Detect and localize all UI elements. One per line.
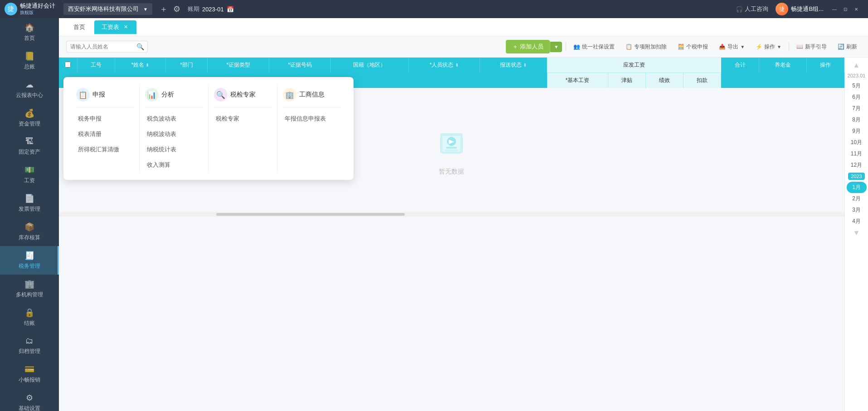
sidebar-label-ledger: 总账 xyxy=(24,63,35,71)
close-button[interactable]: ✕ xyxy=(853,5,860,13)
social-security-action[interactable]: 👥 统一社保设置 xyxy=(570,41,618,53)
popup-item-tax-expert[interactable]: 税检专家 xyxy=(214,111,272,126)
operate-label: 操作 xyxy=(764,43,775,51)
popup-item-tax-burden[interactable]: 税负波动表 xyxy=(145,111,203,126)
export-action[interactable]: 📤 导出 ▼ xyxy=(715,41,748,53)
add-person-button[interactable]: ＋ 添加人员 xyxy=(506,40,550,53)
th-report-status: 报送状态 ⬍ xyxy=(480,58,547,73)
timeline-up-nav[interactable]: ▲ xyxy=(851,59,862,71)
tab-home[interactable]: 首页 xyxy=(66,20,92,34)
sidebar-item-salary[interactable]: 💵 工资 xyxy=(0,160,59,189)
popup-item-tax-clearance[interactable]: 税表清册 xyxy=(76,126,134,142)
user-area[interactable]: 捷 畅捷通B组... xyxy=(776,3,824,15)
sidebar-item-xiaochang[interactable]: 💳 小畅报销 xyxy=(0,360,59,388)
th-performance: 绩效 xyxy=(646,73,684,88)
timeline-sidebar: ▲ 2023.01 5月 6月 7月 8月 9月 10月 11月 12月 202… xyxy=(844,58,868,411)
settings-gear-icon[interactable]: ⚙ xyxy=(173,4,180,14)
special-deduct-action[interactable]: 📋 专项附加扣除 xyxy=(622,41,670,53)
export-chevron-icon: ▼ xyxy=(740,44,745,49)
app-title: 畅捷通好会计 xyxy=(20,2,55,10)
th-total: 合计 xyxy=(721,58,759,73)
popup-section-tax-expert: 🔍 税检专家 税检专家 xyxy=(209,84,277,173)
name-sort-icon[interactable]: ⬍ xyxy=(145,63,149,68)
service-label: 人工咨询 xyxy=(745,5,768,13)
tax-dropdown-popup: 📋 申报 税务申报 税表清册 所得税汇算清缴 📊 分析 税负波动表 纳税波动表 … xyxy=(63,77,354,180)
empty-illustration xyxy=(433,124,470,160)
add-company-icon[interactable]: ＋ xyxy=(160,4,168,15)
logo-area: 捷 畅捷通好会计 旗舰版 xyxy=(5,2,63,16)
th-status: *人员状态 ⬍ xyxy=(408,58,480,73)
popup-item-tax-declare[interactable]: 税务申报 xyxy=(76,111,134,126)
sidebar-item-fund[interactable]: 💰 资金管理 xyxy=(0,104,59,132)
timeline-month-12[interactable]: 12月 xyxy=(847,160,867,171)
tab-salary-close-icon[interactable]: ✕ xyxy=(122,24,129,31)
service-button[interactable]: 🎧 人工咨询 xyxy=(736,5,768,13)
sidebar-item-close[interactable]: 🔒 结账 xyxy=(0,303,59,332)
sidebar-item-ledger[interactable]: 📒 总账 xyxy=(0,47,59,75)
horizontal-scrollbar[interactable] xyxy=(59,212,844,217)
search-input[interactable] xyxy=(70,44,134,50)
timeline-month-9[interactable]: 9月 xyxy=(847,126,867,137)
sidebar-label-home: 首页 xyxy=(24,34,35,42)
timeline-month-4[interactable]: 4月 xyxy=(847,216,867,227)
sidebar-item-cloud-report[interactable]: ☁ 云报表中心 xyxy=(0,75,59,104)
maximize-button[interactable]: ⊡ xyxy=(842,5,849,13)
minimize-button[interactable]: — xyxy=(831,5,838,13)
calendar-icon[interactable]: 📅 xyxy=(227,6,234,13)
tab-salary[interactable]: 工资表 ✕ xyxy=(94,20,136,34)
select-all-checkbox[interactable] xyxy=(65,62,71,68)
th-salary-group: 应发工资 xyxy=(547,58,721,73)
company-selector[interactable]: 西安虾米网络科技有限公司 ▼ xyxy=(63,3,152,15)
expert-section-icon: 🔍 xyxy=(214,88,228,102)
declare-section-title: 申报 xyxy=(92,91,105,99)
salary-icon: 💵 xyxy=(24,165,34,175)
tax-icon: 🧾 xyxy=(24,251,34,261)
sidebar-item-inventory[interactable]: 📦 库存核算 xyxy=(0,218,59,246)
personal-tax-action[interactable]: 🧮 个税申报 xyxy=(674,41,712,53)
logo-text-group: 畅捷通好会计 旗舰版 xyxy=(20,2,55,16)
th-origin: 国籍（地区） xyxy=(331,58,409,73)
company-name: 西安虾米网络科技有限公司 xyxy=(68,5,139,13)
timeline-month-3[interactable]: 3月 xyxy=(847,204,867,216)
sidebar-item-archive[interactable]: 🗂 归档管理 xyxy=(0,332,59,360)
timeline-month-5[interactable]: 5月 xyxy=(847,80,867,92)
th-deduction: 扣款 xyxy=(684,73,721,88)
biz-section-icon: 🏢 xyxy=(283,88,296,102)
sidebar-item-settings[interactable]: ⚙ 基础设置 xyxy=(0,388,59,411)
timeline-month-6[interactable]: 6月 xyxy=(847,92,867,103)
cloud-icon: ☁ xyxy=(25,80,34,90)
sidebar-item-invoice[interactable]: 📄 发票管理 xyxy=(0,189,59,218)
timeline-month-10[interactable]: 10月 xyxy=(847,137,867,148)
refresh-action[interactable]: 🔄 刷新 xyxy=(834,41,861,53)
timeline-month-2[interactable]: 2月 xyxy=(847,193,867,204)
sidebar-item-home[interactable]: 🏠 首页 xyxy=(0,18,59,47)
timeline-month-8[interactable]: 8月 xyxy=(847,114,867,126)
headset-icon: 🎧 xyxy=(736,6,743,13)
popup-item-tax-stats[interactable]: 纳税统计表 xyxy=(145,142,203,157)
new-guide-action[interactable]: 📖 新手引导 xyxy=(793,41,830,53)
th-id-type: *证据类型 xyxy=(207,58,269,73)
add-button-label: 添加人员 xyxy=(520,43,543,51)
personal-tax-icon: 🧮 xyxy=(678,44,684,50)
th-checkbox[interactable] xyxy=(59,58,77,73)
timeline-month-7[interactable]: 7月 xyxy=(847,103,867,114)
empty-text: 暂无数据 xyxy=(439,168,464,176)
timeline-month-11[interactable]: 11月 xyxy=(847,148,867,160)
th-op: 操作 xyxy=(806,58,844,73)
report-sort-icon[interactable]: ⬍ xyxy=(523,63,527,68)
add-button-dropdown[interactable]: ▼ xyxy=(550,42,562,52)
popup-item-tax-payment[interactable]: 纳税波动表 xyxy=(145,126,203,142)
popup-item-annual-report[interactable]: 年报信息申报表 xyxy=(283,111,341,126)
operate-action[interactable]: ⚡ 操作 ▼ xyxy=(752,41,785,53)
search-box[interactable]: 🔍 xyxy=(66,41,148,53)
sidebar-item-fixed-assets[interactable]: 🏗 固定资产 xyxy=(0,132,59,160)
popup-item-income-calc[interactable]: 收入测算 xyxy=(145,157,203,173)
popup-section-biz-header: 🏢 工商信息 xyxy=(283,84,341,107)
timeline-down-nav[interactable]: ▼ xyxy=(851,227,862,239)
status-sort-icon[interactable]: ⬍ xyxy=(455,63,459,68)
sidebar-item-tax[interactable]: 🧾 税务管理 xyxy=(0,246,59,275)
scroll-thumb[interactable] xyxy=(216,213,405,216)
popup-item-income-clear[interactable]: 所得税汇算清缴 xyxy=(76,142,134,157)
timeline-month-1-active[interactable]: 1月 xyxy=(847,182,867,193)
sidebar-item-multi-org[interactable]: 🏢 多机构管理 xyxy=(0,275,59,303)
